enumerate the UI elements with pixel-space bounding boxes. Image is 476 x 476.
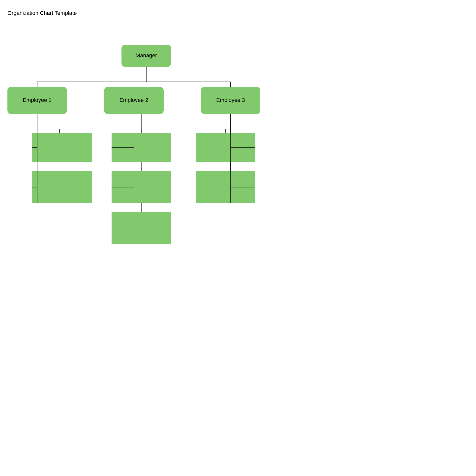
employee1-label: Employee 1 — [23, 97, 52, 103]
sub1a-node — [32, 133, 92, 162]
sub1b-node — [32, 171, 92, 203]
employee3-label: Employee 3 — [216, 97, 245, 103]
manager-label: Manager — [136, 52, 157, 59]
org-chart: Manager Employee 1 Employee 2 Employee 3 — [0, 25, 268, 268]
employee2-label: Employee 2 — [119, 97, 148, 103]
page-title: Organization Chart Template — [7, 10, 77, 16]
